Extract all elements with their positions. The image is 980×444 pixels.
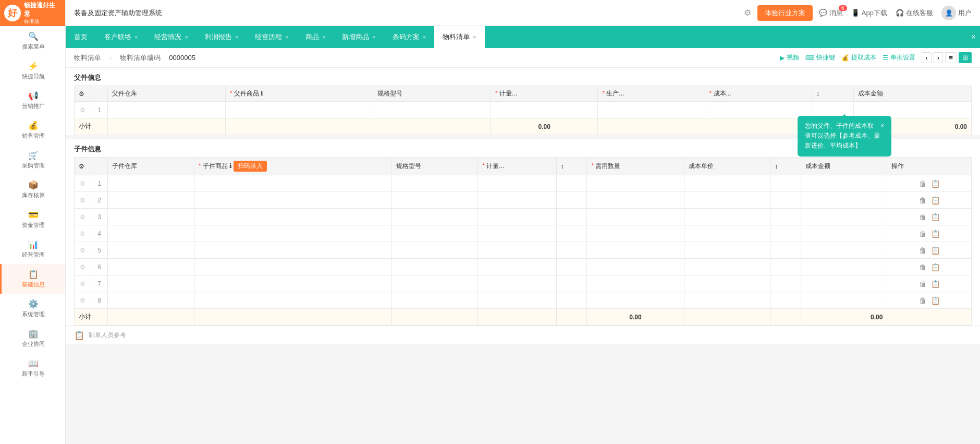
sidebar-item-marketing[interactable]: 📢营销推广 [0, 86, 65, 115]
video-action[interactable]: ▶ 视频 [780, 53, 799, 62]
delete-btn-6[interactable]: 🗑 [917, 263, 928, 271]
child-unitcost-6[interactable] [684, 259, 770, 275]
child-needed-3[interactable] [587, 209, 684, 225]
nav-tab-经营历程[interactable]: 经营历程× [247, 26, 297, 48]
child-goods-3[interactable] [194, 209, 391, 225]
child-warehouse-8[interactable] [108, 292, 194, 309]
prev-btn[interactable]: ‹ [922, 52, 931, 63]
child-spec-2[interactable] [391, 192, 478, 209]
topbar-settings-icon[interactable]: ⚙ [744, 8, 751, 18]
tab-close-经营情况[interactable]: × [185, 34, 188, 40]
copy-btn-6[interactable]: 📋 [929, 263, 941, 271]
child-warehouse-5[interactable] [108, 242, 194, 259]
scan-button[interactable]: 扫码录入 [234, 161, 267, 172]
delete-btn-3[interactable]: 🗑 [917, 213, 928, 221]
copy-btn-4[interactable]: 📋 [929, 230, 941, 238]
child-qty-7[interactable] [478, 275, 556, 292]
app-download-btn[interactable]: 📱 App下载 [851, 8, 887, 18]
child-spec-7[interactable] [391, 275, 478, 292]
child-unitcost-3[interactable] [684, 209, 770, 225]
parent-goods-cell[interactable] [226, 102, 373, 118]
child-unitcost-5[interactable] [684, 242, 770, 259]
child-spec-6[interactable] [391, 259, 478, 275]
next-btn[interactable]: › [934, 52, 943, 63]
parent-qty-cell[interactable] [491, 102, 598, 118]
copy-btn-1[interactable]: 📋 [929, 179, 941, 188]
nav-tab-条码方案[interactable]: 条码方案× [384, 26, 434, 48]
sidebar-item-inventory[interactable]: 📦库存核算 [0, 175, 65, 205]
nav-close-all-btn[interactable]: × [971, 32, 976, 42]
child-spec-5[interactable] [391, 242, 478, 259]
sidebar-item-purchase[interactable]: 🛒采购管理 [0, 145, 65, 175]
child-qty-8[interactable] [478, 292, 556, 309]
child-goods-5[interactable] [194, 242, 391, 259]
child-qty-2[interactable] [478, 192, 556, 209]
child-qty-1[interactable] [478, 175, 556, 192]
sidebar-item-guide[interactable]: 📖新手引导 [0, 353, 65, 383]
online-service-btn[interactable]: 🎧 在线客服 [896, 8, 933, 18]
child-goods-7[interactable] [194, 275, 391, 292]
nav-tab-利润报告[interactable]: 利润报告× [197, 26, 247, 48]
parent-produce-cell[interactable] [598, 102, 705, 118]
child-needed-8[interactable] [587, 292, 684, 309]
child-goods-4[interactable] [194, 225, 391, 242]
tab-close-客户联络[interactable]: × [134, 34, 138, 40]
tab-close-商品[interactable]: × [322, 34, 325, 40]
sidebar-item-sales[interactable]: 💰销售管理 [0, 115, 65, 145]
delete-btn-4[interactable]: 🗑 [917, 230, 928, 238]
child-warehouse-4[interactable] [108, 225, 194, 242]
child-unitcost-8[interactable] [684, 292, 770, 309]
message-btn[interactable]: 💬 消息 6 [819, 8, 843, 18]
child-needed-2[interactable] [587, 192, 684, 209]
tab-close-新增商品[interactable]: × [372, 34, 375, 40]
sidebar-item-system[interactable]: ⚙️系统管理 [0, 294, 65, 323]
sidebar-item-quicknav[interactable]: ⚡快捷导航 [0, 56, 65, 86]
copy-btn-2[interactable]: 📋 [929, 196, 941, 205]
nav-tab-新增商品[interactable]: 新增商品× [334, 26, 384, 48]
child-qty-3[interactable] [478, 209, 556, 225]
child-spec-3[interactable] [391, 209, 478, 225]
copy-btn-3[interactable]: 📋 [929, 213, 941, 221]
delete-btn-1[interactable]: 🗑 [917, 179, 928, 188]
parent-warehouse-cell[interactable] [108, 102, 226, 118]
child-needed-6[interactable] [587, 259, 684, 275]
delete-btn-7[interactable]: 🗑 [917, 280, 928, 288]
child-needed-5[interactable] [587, 242, 684, 259]
delete-btn-2[interactable]: 🗑 [917, 196, 928, 205]
tab-close-经营历程[interactable]: × [285, 34, 288, 40]
child-needed-1[interactable] [587, 175, 684, 192]
nav-tab-商品[interactable]: 商品× [297, 26, 334, 48]
child-qty-5[interactable] [478, 242, 556, 259]
doc-settings-action[interactable]: ☰ 单据设置 [883, 53, 915, 62]
user-btn[interactable]: 👤 用户 [941, 6, 972, 20]
child-warehouse-7[interactable] [108, 275, 194, 292]
parent-spec-cell[interactable] [373, 102, 491, 118]
breadcrumb-item-1[interactable]: 物料清单 [74, 53, 101, 63]
tab-close-物料清单[interactable]: × [473, 34, 476, 40]
parent-cost-cell[interactable] [705, 102, 812, 118]
tab-close-条码方案[interactable]: × [423, 34, 426, 40]
child-goods-8[interactable] [194, 292, 391, 309]
tooltip-close-btn[interactable]: × [880, 121, 884, 131]
child-needed-7[interactable] [587, 275, 684, 292]
sidebar-item-basic[interactable]: 📋基础信息 [0, 264, 65, 294]
trial-button[interactable]: 体验行业方案 [757, 5, 813, 21]
child-unitcost-7[interactable] [684, 275, 770, 292]
child-needed-4[interactable] [587, 225, 684, 242]
delete-btn-5[interactable]: 🗑 [917, 246, 928, 255]
shortcut-action[interactable]: ⌨ 快捷键 [805, 53, 835, 62]
child-warehouse-2[interactable] [108, 192, 194, 209]
child-spec-1[interactable] [391, 175, 478, 192]
child-goods-2[interactable] [194, 192, 391, 209]
child-warehouse-6[interactable] [108, 259, 194, 275]
child-unitcost-2[interactable] [684, 192, 770, 209]
child-goods-1[interactable] [194, 175, 391, 192]
sidebar-item-search[interactable]: 🔍搜索菜单 [0, 26, 65, 56]
copy-btn-7[interactable]: 📋 [929, 280, 941, 288]
nav-tab-首页[interactable]: 首页 [66, 26, 96, 48]
nav-tab-经营情况[interactable]: 经营情况× [146, 26, 196, 48]
child-spec-8[interactable] [391, 292, 478, 309]
child-warehouse-1[interactable] [108, 175, 194, 192]
copy-btn-8[interactable]: 📋 [929, 296, 941, 305]
extract-cost-action[interactable]: 💰 提取成本 [841, 53, 876, 62]
